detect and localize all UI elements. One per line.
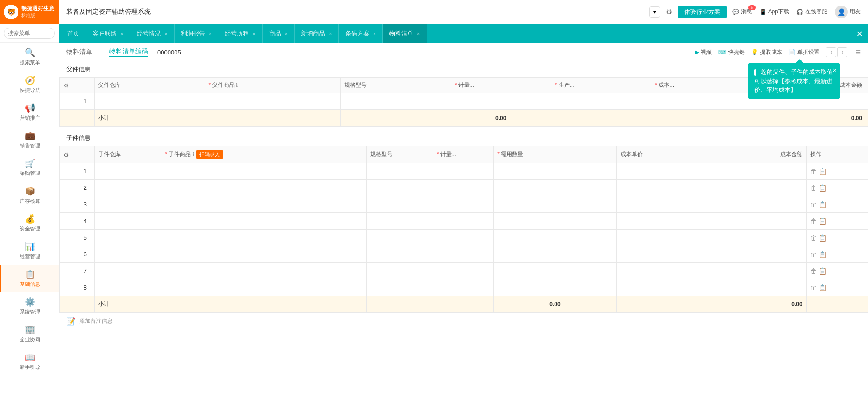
child-r2-spec[interactable] <box>366 180 433 196</box>
child-r1-unit[interactable] <box>433 163 494 180</box>
child-r6-unit-cost[interactable] <box>616 246 683 263</box>
user-action[interactable]: 👤 用友 <box>835 6 861 18</box>
parent-unit-cell[interactable] <box>451 93 551 110</box>
parent-cost-cell[interactable] <box>651 93 751 110</box>
child-r6-quantity[interactable] <box>494 246 617 263</box>
shortcut-button[interactable]: ⌨ 快捷键 <box>718 48 745 56</box>
app-download-action[interactable]: 📱 App下载 <box>760 8 789 16</box>
child-r8-goods[interactable] <box>161 279 366 296</box>
child-r7-goods[interactable] <box>161 263 366 279</box>
parent-goods-cell[interactable] <box>205 93 341 110</box>
child-r3-warehouse[interactable] <box>95 196 161 213</box>
child-r8-warehouse[interactable] <box>95 279 161 296</box>
sidebar-item-purchase[interactable]: 🛒 采购管理 <box>0 154 59 181</box>
note-text[interactable]: 添加备注信息 <box>79 317 113 325</box>
child-r4-goods[interactable] <box>161 213 366 230</box>
tab-add-goods[interactable]: 新增商品 × <box>295 24 338 43</box>
online-service-action[interactable]: 🎧 在线客服 <box>796 8 827 16</box>
child-r8-quantity[interactable] <box>494 279 617 296</box>
child-r2-warehouse[interactable] <box>95 180 161 196</box>
parent-production-cell[interactable] <box>551 93 651 110</box>
child-r5-warehouse[interactable] <box>95 230 161 246</box>
copy-icon-r1[interactable]: 📋 <box>819 168 826 175</box>
delete-icon-r5[interactable]: 🗑 <box>810 234 817 242</box>
copy-icon-r2[interactable]: 📋 <box>819 184 826 192</box>
close-all-tabs[interactable]: ✕ <box>853 30 866 38</box>
menu-icon[interactable]: ≡ <box>854 48 861 57</box>
sidebar-item-finance[interactable]: 💰 资金管理 <box>0 209 59 237</box>
video-button[interactable]: ▶ 视频 <box>695 48 712 56</box>
tab-bom[interactable]: 物料清单 × <box>383 24 427 43</box>
child-r8-unit[interactable] <box>433 279 494 296</box>
sidebar-item-system[interactable]: ⚙️ 系统管理 <box>0 292 59 320</box>
child-r6-goods[interactable] <box>161 246 366 263</box>
child-r5-quantity[interactable] <box>494 230 617 246</box>
tooltip-close-button[interactable]: × <box>833 66 837 75</box>
child-r5-unit-cost[interactable] <box>616 230 683 246</box>
close-operations-tab[interactable]: × <box>164 31 167 36</box>
child-r8-spec[interactable] <box>366 279 433 296</box>
tab-history[interactable]: 经营历程 × <box>218 24 262 43</box>
child-r7-spec[interactable] <box>366 263 433 279</box>
cost-button[interactable]: 💡 提取成本 <box>751 48 782 56</box>
child-gear-icon[interactable]: ⚙ <box>63 151 69 158</box>
setting-button[interactable]: 📄 单据设置 <box>789 48 820 56</box>
close-barcode-tab[interactable]: × <box>373 31 376 36</box>
system-dropdown[interactable]: ▾ <box>649 6 660 18</box>
copy-icon-r3[interactable]: 📋 <box>819 201 826 208</box>
next-button[interactable]: › <box>837 47 847 57</box>
sidebar-item-basic[interactable]: 📋 基础信息 <box>0 265 59 292</box>
child-r3-unit-cost[interactable] <box>616 196 683 213</box>
child-r6-warehouse[interactable] <box>95 246 161 263</box>
delete-icon-r8[interactable]: 🗑 <box>810 284 817 291</box>
delete-icon-r2[interactable]: 🗑 <box>810 184 817 192</box>
child-r3-spec[interactable] <box>366 196 433 213</box>
sidebar-item-quick-nav[interactable]: 🧭 快捷导航 <box>0 71 59 98</box>
copy-icon-r6[interactable]: 📋 <box>819 251 826 258</box>
tab-operations[interactable]: 经营情况 × <box>130 24 174 43</box>
close-goods-tab[interactable]: × <box>285 31 288 36</box>
tab-profit[interactable]: 利润报告 × <box>175 24 218 43</box>
child-r3-quantity[interactable] <box>494 196 617 213</box>
tab-client[interactable]: 客户联络 × <box>86 24 130 43</box>
delete-icon-r4[interactable]: 🗑 <box>810 218 817 225</box>
child-r2-unit[interactable] <box>433 180 494 196</box>
child-r2-unit-cost[interactable] <box>616 180 683 196</box>
copy-icon-r4[interactable]: 📋 <box>819 218 826 225</box>
copy-icon-r7[interactable]: 📋 <box>819 267 826 275</box>
child-r1-warehouse[interactable] <box>95 163 161 180</box>
close-bom-tab[interactable]: × <box>417 31 420 36</box>
prev-button[interactable]: ‹ <box>826 47 836 57</box>
child-r7-unit-cost[interactable] <box>616 263 683 279</box>
delete-icon-r7[interactable]: 🗑 <box>810 267 817 275</box>
sidebar-item-corp[interactable]: 🏢 企业协同 <box>0 320 59 348</box>
child-r1-goods[interactable] <box>161 163 366 180</box>
gear-icon[interactable]: ⚙ <box>666 7 672 16</box>
child-r7-unit[interactable] <box>433 263 494 279</box>
child-r1-unit-cost[interactable] <box>616 163 683 180</box>
delete-icon-r1[interactable]: 🗑 <box>810 168 817 175</box>
child-r4-quantity[interactable] <box>494 213 617 230</box>
child-r2-quantity[interactable] <box>494 180 617 196</box>
parent-gear-icon[interactable]: ⚙ <box>63 82 69 89</box>
search-input[interactable] <box>4 28 55 39</box>
child-r4-unit-cost[interactable] <box>616 213 683 230</box>
sidebar-item-ops[interactable]: 📊 经营管理 <box>0 237 59 265</box>
child-r6-spec[interactable] <box>366 246 433 263</box>
child-r3-goods[interactable] <box>161 196 366 213</box>
child-r5-spec[interactable] <box>366 230 433 246</box>
sidebar-item-sales[interactable]: 💼 销售管理 <box>0 126 59 154</box>
child-r7-quantity[interactable] <box>494 263 617 279</box>
sidebar-item-marketing[interactable]: 📢 营销推广 <box>0 98 59 126</box>
scan-button[interactable]: 扫码录入 <box>196 150 223 159</box>
child-r3-unit[interactable] <box>433 196 494 213</box>
parent-warehouse-cell[interactable] <box>95 93 205 110</box>
sidebar-item-guide[interactable]: 📖 新手引导 <box>0 348 59 375</box>
close-client-tab[interactable]: × <box>121 31 123 36</box>
child-r1-quantity[interactable] <box>494 163 617 180</box>
sidebar-item-search[interactable]: 🔍 搜索菜单 <box>0 43 59 71</box>
child-r7-warehouse[interactable] <box>95 263 161 279</box>
close-add-goods-tab[interactable]: × <box>329 31 332 36</box>
child-r4-spec[interactable] <box>366 213 433 230</box>
close-history-tab[interactable]: × <box>253 31 255 36</box>
